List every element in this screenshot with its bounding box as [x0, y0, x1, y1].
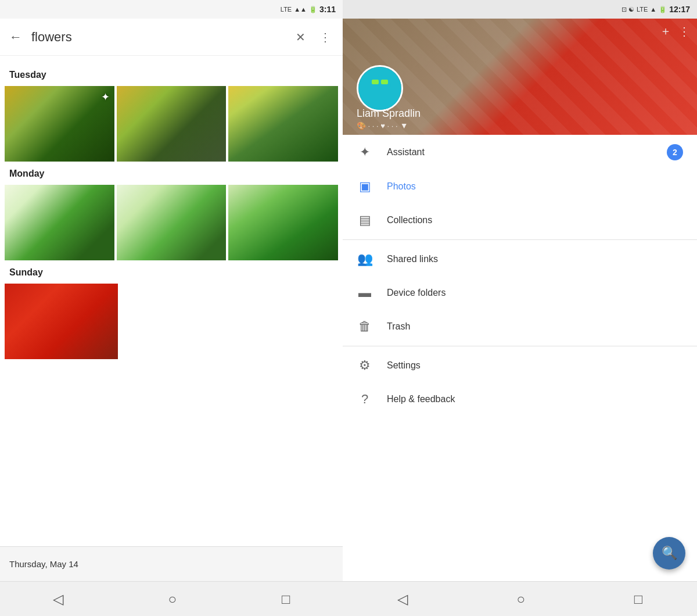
status-icons-right: ⊡ ☯ LTE ▲ 🔋 12:17: [621, 5, 690, 14]
more-options-button[interactable]: ⋮: [317, 28, 333, 46]
bottom-date-bar: Thursday, May 14: [0, 546, 343, 581]
header-more-options-icon[interactable]: ⋮: [678, 24, 690, 38]
fab-search-button[interactable]: 🔍: [653, 537, 685, 570]
avatar-area: [357, 65, 403, 112]
day-label-tuesday: Tuesday: [5, 65, 338, 86]
time-right: 12:17: [669, 5, 690, 14]
settings-icon: ⚙: [357, 358, 373, 373]
menu-item-assistant[interactable]: ✦ Assistant 2: [343, 135, 697, 170]
menu-label-shared-links: Shared links: [387, 254, 683, 264]
menu-label-collections: Collections: [387, 215, 683, 225]
trash-icon: 🗑: [357, 319, 373, 334]
nav-back-icon[interactable]: ◁: [53, 591, 63, 607]
drawer-header: ＋ ⋮ Liam Spradlin 🎨 · · · ♥ · · · ▼: [343, 19, 697, 135]
menu-item-shared-links[interactable]: 👥 Shared links: [343, 242, 697, 276]
fab-search-icon: 🔍: [662, 546, 677, 561]
avatar-body: [362, 87, 397, 110]
photo-thumb[interactable]: [228, 86, 338, 162]
photo-thumb[interactable]: [5, 185, 114, 260]
menu-divider-1: [343, 239, 697, 240]
menu-label-trash: Trash: [387, 321, 683, 332]
photo-row-monday: [5, 185, 338, 260]
menu-item-photos[interactable]: ▣ Photos: [343, 170, 697, 203]
photo-thumb[interactable]: [5, 284, 118, 359]
back-button[interactable]: ←: [9, 30, 22, 45]
photo-thumb[interactable]: [117, 86, 227, 162]
avatar-glasses: [372, 80, 388, 84]
status-bar-right: ⊡ ☯ LTE ▲ 🔋 12:17: [343, 0, 697, 19]
day-label-monday: Monday: [5, 164, 338, 185]
avatar-glass-left: [372, 80, 379, 84]
drawer-menu: ✦ Assistant 2 ▣ Photos ▤ Collections 👥 S…: [343, 135, 697, 581]
photo-thumb[interactable]: [228, 185, 338, 260]
status-icons-left: LTE ▲▲ 🔋 3:11: [281, 5, 336, 14]
user-email: 🎨 · · · ♥ · · ·: [357, 121, 398, 130]
menu-item-collections[interactable]: ▤ Collections: [343, 203, 697, 237]
menu-item-help[interactable]: ? Help & feedback: [343, 382, 697, 416]
signal-icon-right: ▲: [650, 6, 656, 13]
left-panel: LTE ▲▲ 🔋 3:11 ← flowers ✕ ⋮ Tuesday ✦ Mo…: [0, 0, 343, 616]
menu-label-help: Help & feedback: [387, 394, 683, 404]
avatar[interactable]: [357, 65, 403, 112]
menu-label-device-folders: Device folders: [387, 288, 683, 298]
user-info: Liam Spradlin 🎨 · · · ♥ · · · ▼: [357, 108, 421, 130]
menu-label-photos: Photos: [387, 181, 683, 192]
menu-item-trash[interactable]: 🗑 Trash: [343, 310, 697, 343]
time-left: 3:11: [319, 5, 336, 14]
user-email-row: 🎨 · · · ♥ · · · ▼: [357, 121, 421, 130]
photo-row-tuesday: ✦: [5, 86, 338, 162]
right-panel: ⊡ ☯ LTE ▲ 🔋 12:17 ＋ ⋮: [343, 0, 697, 616]
nav-recent-icon[interactable]: □: [282, 591, 290, 607]
search-title: flowers: [31, 30, 284, 45]
shared-links-icon: 👥: [357, 252, 373, 267]
notification-icons: ⊡ ☯: [621, 6, 634, 13]
nav-back-icon-right[interactable]: ◁: [397, 591, 408, 607]
user-name: Liam Spradlin: [357, 108, 421, 120]
lte-icon-right: LTE: [637, 6, 648, 13]
assistant-badge: 2: [667, 144, 683, 160]
menu-divider-2: [343, 346, 697, 346]
photo-thumb[interactable]: ✦: [5, 86, 114, 162]
menu-item-settings[interactable]: ⚙ Settings: [343, 349, 697, 382]
menu-label-assistant: Assistant: [387, 147, 653, 157]
clear-button[interactable]: ✕: [293, 28, 308, 46]
avatar-glass-right: [381, 80, 388, 84]
photos-icon: ▣: [357, 179, 373, 194]
battery-icon-right: 🔋: [659, 6, 667, 13]
device-folders-icon: ▬: [357, 285, 373, 300]
bottom-nav-left: ◁ ○ □: [0, 581, 343, 616]
menu-label-settings: Settings: [387, 360, 683, 371]
drawer-header-top: ＋ ⋮: [653, 19, 697, 44]
status-bar-left: LTE ▲▲ 🔋 3:11: [0, 0, 343, 19]
lte-icon: LTE: [281, 6, 292, 13]
day-label-sunday: Sunday: [5, 263, 338, 284]
bottom-nav-right: ◁ ○ □: [343, 581, 697, 616]
menu-item-device-folders[interactable]: ▬ Device folders: [343, 276, 697, 310]
search-bar: ← flowers ✕ ⋮: [0, 19, 343, 56]
avatar-figure: [358, 67, 401, 110]
nav-home-icon-right[interactable]: ○: [516, 591, 525, 607]
nav-home-icon[interactable]: ○: [168, 591, 177, 607]
star-icon: ✦: [101, 91, 110, 103]
signal-icon: ▲▲: [294, 6, 307, 13]
battery-icon: 🔋: [309, 6, 317, 13]
help-icon: ?: [357, 392, 373, 407]
photo-thumb[interactable]: [117, 185, 227, 260]
photo-row-sunday: [5, 284, 338, 359]
dropdown-arrow-icon[interactable]: ▼: [400, 121, 408, 130]
add-account-icon[interactable]: ＋: [660, 23, 671, 39]
photo-list: Tuesday ✦ Monday Sunday: [0, 56, 343, 546]
collections-icon: ▤: [357, 213, 373, 228]
assistant-icon: ✦: [357, 145, 373, 160]
bottom-date-text: Thursday, May 14: [9, 559, 78, 569]
nav-recent-icon-right[interactable]: □: [634, 591, 643, 607]
